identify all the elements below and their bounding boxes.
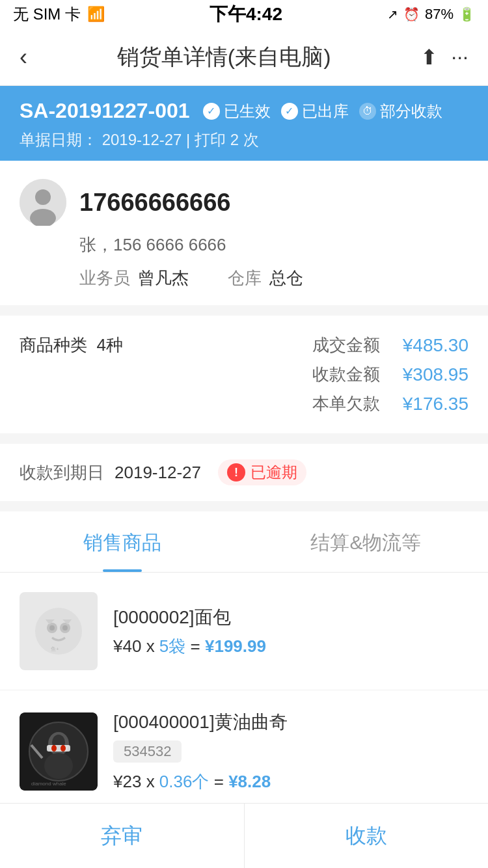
customer-name: 17666666666: [79, 189, 230, 217]
customer-avatar: [20, 179, 66, 226]
share-icon[interactable]: ⬆: [420, 45, 438, 70]
svg-point-15: [61, 745, 66, 752]
product-item: 鱼+ [0000002]面包 ¥40 x 5袋 = ¥199.99: [0, 573, 488, 690]
svg-text:diamond whale: diamond whale: [31, 781, 66, 787]
staff-item: 业务员 曾凡杰: [79, 267, 189, 290]
product-item-2: diamond whale [000400001]黄油曲奇 534532 ¥23…: [0, 690, 488, 813]
customer-phone: 张，156 6666 6666: [79, 234, 468, 256]
owed-amount-row: 本单欠款 ¥176.35: [312, 392, 468, 415]
warehouse-item: 仓库 总仓: [228, 267, 303, 290]
product-name-1: [0000002]面包: [113, 605, 468, 630]
bottom-bar: 弃审 收款: [0, 803, 488, 868]
clock-icon: ⏱: [359, 103, 376, 120]
product-price-1: ¥40 x 5袋 = ¥199.99: [113, 635, 468, 658]
tab-sales-products[interactable]: 销售商品: [0, 511, 244, 572]
battery-text: 87%: [425, 6, 454, 23]
product-info-1: [0000002]面包 ¥40 x 5袋 = ¥199.99: [113, 605, 468, 658]
cancel-review-button[interactable]: 弃审: [0, 804, 245, 868]
nav-bar: ‹ 销货单详情(来自电脑) ⬆ ···: [0, 29, 488, 86]
summary-section: 商品种类 4种 成交金额 ¥485.30 收款金额 ¥308.95 本单欠款 ¥…: [0, 316, 488, 433]
alarm-icon: ⏰: [403, 7, 420, 22]
wifi-icon: 📶: [87, 6, 105, 23]
order-id: SA-20191227-001: [20, 99, 190, 123]
customer-meta: 业务员 曾凡杰 仓库 总仓: [79, 267, 468, 290]
product-info-2: [000400001]黄油曲奇 534532 ¥23 x 0.36个 = ¥8.…: [113, 710, 468, 793]
tabs-row: 销售商品 结算&物流等: [0, 511, 488, 573]
deal-amount-row: 成交金额 ¥485.30: [312, 334, 468, 357]
product-sku-2: 534532: [113, 740, 182, 763]
check-icon-2: ✓: [281, 103, 298, 120]
location-icon: ↗: [387, 7, 398, 22]
status-badges: ✓ 已生效 ✓ 已出库 ⏱ 部分收款: [203, 101, 442, 122]
product-thumb-2: diamond whale: [20, 712, 98, 791]
products-section: 鱼+ [0000002]面包 ¥40 x 5袋 = ¥199.99: [0, 573, 488, 813]
more-icon[interactable]: ···: [451, 45, 468, 69]
check-icon-1: ✓: [203, 103, 220, 120]
svg-point-7: [62, 625, 68, 631]
status-badge-partial: ⏱ 部分收款: [359, 101, 442, 122]
status-time: 下午4:42: [210, 2, 282, 27]
order-date: 单据日期： 2019-12-27 | 打印 2 次: [20, 129, 468, 150]
svg-point-1: [35, 189, 51, 205]
svg-point-14: [51, 745, 57, 752]
nav-actions: ⬆ ···: [420, 45, 468, 70]
battery-icon: 🔋: [459, 7, 475, 22]
product-name-2: [000400001]黄油曲奇: [113, 710, 468, 735]
customer-section: 17666666666 张，156 6666 6666 业务员 曾凡杰 仓库 总…: [0, 161, 488, 305]
status-right: ↗ ⏰ 87% 🔋: [387, 6, 475, 23]
due-date-value: 2019-12-27: [115, 463, 201, 483]
overdue-icon: !: [227, 463, 245, 481]
svg-text:鱼+: 鱼+: [51, 646, 59, 652]
amount-summary: 成交金额 ¥485.30 收款金额 ¥308.95 本单欠款 ¥176.35: [312, 334, 468, 415]
overdue-text: 已逾期: [251, 462, 297, 483]
carrier-text: 无 SIM 卡: [13, 4, 81, 25]
due-date-section: 收款到期日 2019-12-27 ! 已逾期: [0, 444, 488, 501]
svg-point-16: [44, 753, 73, 779]
overdue-badge: ! 已逾期: [218, 459, 306, 485]
status-badge-effective: ✓ 已生效: [203, 101, 271, 122]
page-title: 销货单详情(来自电脑): [117, 42, 331, 72]
back-button[interactable]: ‹: [20, 44, 27, 71]
product-price-2: ¥23 x 0.36个 = ¥8.28: [113, 770, 468, 793]
collect-payment-button[interactable]: 收款: [245, 804, 489, 868]
product-thumb-1: 鱼+: [20, 592, 98, 670]
svg-point-6: [49, 625, 55, 631]
tab-settlement[interactable]: 结算&物流等: [244, 511, 488, 572]
svg-rect-13: [47, 745, 70, 752]
status-left: 无 SIM 卡 📶: [13, 4, 105, 25]
status-bar: 无 SIM 卡 📶 下午4:42 ↗ ⏰ 87% 🔋: [0, 0, 488, 29]
status-badge-shipped: ✓ 已出库: [281, 101, 349, 122]
order-header-banner: SA-20191227-001 ✓ 已生效 ✓ 已出库 ⏱ 部分收款 单据日期：…: [0, 86, 488, 161]
tabs-section: 销售商品 结算&物流等: [0, 511, 488, 573]
received-amount-row: 收款金额 ¥308.95: [312, 363, 468, 386]
product-type-item: 商品种类 4种: [20, 334, 123, 357]
due-date-label: 收款到期日: [20, 461, 104, 484]
